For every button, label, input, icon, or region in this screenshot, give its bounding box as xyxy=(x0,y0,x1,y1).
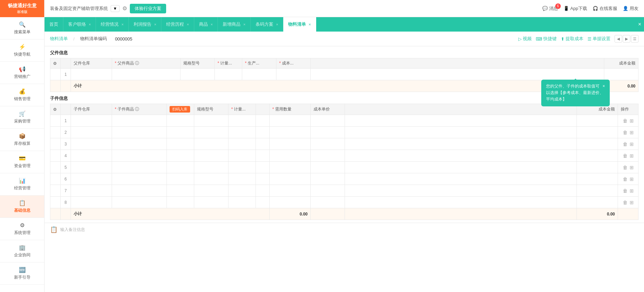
prev-btn[interactable]: ◀ xyxy=(615,35,622,43)
child-cell-warehouse-6[interactable] xyxy=(71,173,112,185)
delete-icon-3[interactable]: 🗑 xyxy=(623,141,628,147)
child-cell-product-4[interactable] xyxy=(112,150,167,162)
tab-new-product[interactable]: 新增商品 × xyxy=(218,17,250,32)
child-cell-product-7[interactable] xyxy=(112,185,167,197)
child-cell-spec-4[interactable] xyxy=(194,150,228,162)
child-cell-qty-6[interactable] xyxy=(270,173,311,185)
child-cell-unit-8[interactable] xyxy=(228,197,256,208)
child-cell-qty-7[interactable] xyxy=(270,185,311,197)
child-cell-spec-6[interactable] xyxy=(194,173,228,185)
child-cell-unitcost-2[interactable] xyxy=(311,127,345,138)
message-btn[interactable]: 💬 消息 6 xyxy=(542,5,558,12)
copy-icon-4[interactable]: ⊞ xyxy=(630,153,634,159)
child-cell-unitcost-8[interactable] xyxy=(311,197,345,208)
sidebar-item-guide[interactable]: 🆕 新手引导 xyxy=(0,262,44,285)
breadcrumb-bom[interactable]: 物料清单 xyxy=(50,36,68,42)
child-cell-product-6[interactable] xyxy=(112,173,167,185)
copy-icon-3[interactable]: ⊞ xyxy=(630,141,634,147)
delete-icon-2[interactable]: 🗑 xyxy=(623,130,628,135)
scan-btn[interactable]: 扫码入库 xyxy=(170,106,190,113)
experience-btn[interactable]: 体验行业方案 xyxy=(130,4,166,13)
child-cell-unitcost-1[interactable] xyxy=(311,115,345,127)
menu-btn[interactable]: ☰ xyxy=(631,35,639,43)
view-btn[interactable]: ▷ 视频 xyxy=(518,36,532,42)
child-cell-unit-6[interactable] xyxy=(228,173,256,185)
child-cell-qty-2[interactable] xyxy=(270,127,311,138)
sidebar-item-quicknav[interactable]: ⚡ 快捷导航 xyxy=(0,39,44,62)
delete-icon-6[interactable]: 🗑 xyxy=(623,176,628,182)
child-cell-warehouse-5[interactable] xyxy=(71,162,112,173)
delete-icon-4[interactable]: 🗑 xyxy=(623,153,628,159)
tab-operations[interactable]: 经营情况 × xyxy=(96,17,128,32)
parent-cell-produce-1[interactable] xyxy=(242,69,276,80)
sidebar-item-finance[interactable]: 💳 资金管理 xyxy=(0,151,44,173)
child-cell-unitcost-6[interactable] xyxy=(311,173,345,185)
child-cell-unit-1[interactable] xyxy=(228,115,256,127)
tab-profit[interactable]: 利润报告 × xyxy=(129,17,161,32)
child-cell-warehouse-4[interactable] xyxy=(71,150,112,162)
child-cell-unitcost-5[interactable] xyxy=(311,162,345,173)
tab-customer[interactable]: 客户联络 × xyxy=(63,17,96,32)
sidebar-item-search[interactable]: 🔍 搜索菜单 xyxy=(0,17,44,39)
child-cell-warehouse-3[interactable] xyxy=(71,138,112,150)
sidebar-item-system[interactable]: ⚙ 系统管理 xyxy=(0,218,44,240)
child-cell-unitcost-4[interactable] xyxy=(311,150,345,162)
child-cell-unit-4[interactable] xyxy=(228,150,256,162)
child-cell-spec-7[interactable] xyxy=(194,185,228,197)
delete-icon-7[interactable]: 🗑 xyxy=(623,188,628,194)
child-cell-qty-5[interactable] xyxy=(270,162,311,173)
tab-product[interactable]: 商品 × xyxy=(194,17,218,32)
tab-new-product-close[interactable]: × xyxy=(243,22,245,26)
copy-icon-1[interactable]: ⊞ xyxy=(630,118,634,124)
parent-cell-product-1[interactable] xyxy=(112,69,181,80)
sidebar-item-sales[interactable]: 💰 销售管理 xyxy=(0,84,44,106)
child-cell-warehouse-7[interactable] xyxy=(71,185,112,197)
parent-cell-cost-1[interactable] xyxy=(276,69,311,80)
single-setup-btn[interactable]: ☰ 单据设置 xyxy=(587,36,610,42)
child-cell-warehouse-8[interactable] xyxy=(71,197,112,208)
child-cell-spec-5[interactable] xyxy=(194,162,228,173)
child-cell-unit-3[interactable] xyxy=(228,138,256,150)
tab-customer-close[interactable]: × xyxy=(89,22,91,26)
child-cell-warehouse-1[interactable] xyxy=(71,115,112,127)
copy-icon-2[interactable]: ⊞ xyxy=(630,130,634,135)
child-cell-unit-2[interactable] xyxy=(228,127,256,138)
next-btn[interactable]: ▶ xyxy=(623,35,630,43)
user-btn[interactable]: 👤 用友 xyxy=(623,5,639,12)
child-cell-qty-1[interactable] xyxy=(270,115,311,127)
child-cell-spec-8[interactable] xyxy=(194,197,228,208)
child-cell-spec-3[interactable] xyxy=(194,138,228,150)
child-cell-qty-3[interactable] xyxy=(270,138,311,150)
tab-bom[interactable]: 物料清单 × xyxy=(283,17,316,32)
sidebar-item-inventory[interactable]: 📦 库存核算 xyxy=(0,129,44,151)
tab-bom-close[interactable]: × xyxy=(309,22,311,26)
child-cell-product-2[interactable] xyxy=(112,127,167,138)
sidebar-item-purchase[interactable]: 🛒 采购管理 xyxy=(0,106,44,129)
parent-cell-unit-1[interactable] xyxy=(215,69,242,80)
child-cell-spec-2[interactable] xyxy=(194,127,228,138)
sidebar-item-enterprise[interactable]: 🏢 企业协同 xyxy=(0,240,44,262)
parent-cell-warehouse-1[interactable] xyxy=(71,69,112,80)
header-settings-btn[interactable]: ⚙ xyxy=(122,5,127,12)
child-cell-product-5[interactable] xyxy=(112,162,167,173)
tab-operations-close[interactable]: × xyxy=(121,22,123,26)
child-cell-qty-4[interactable] xyxy=(270,150,311,162)
copy-icon-7[interactable]: ⊞ xyxy=(630,188,634,194)
online-service-btn[interactable]: 🎧 在线客服 xyxy=(593,5,617,12)
delete-icon-1[interactable]: 🗑 xyxy=(623,118,628,124)
copy-icon-5[interactable]: ⊞ xyxy=(630,165,634,170)
copy-icon-6[interactable]: ⊞ xyxy=(630,176,634,182)
child-cell-product-3[interactable] xyxy=(112,138,167,150)
child-cell-unit-5[interactable] xyxy=(228,162,256,173)
app-download-btn[interactable]: 📱 App下载 xyxy=(564,5,587,12)
delete-icon-5[interactable]: 🗑 xyxy=(623,165,628,170)
child-cell-spec-1[interactable] xyxy=(194,115,228,127)
tab-profit-close[interactable]: × xyxy=(154,22,156,26)
child-cell-product-1[interactable] xyxy=(112,115,167,127)
system-dropdown-btn[interactable]: ▼ xyxy=(111,5,120,12)
shortcut-btn[interactable]: ⌨ 快捷键 xyxy=(536,36,557,42)
extract-cost-btn[interactable]: ⬆ 提取成本 xyxy=(561,36,583,42)
sidebar-item-marketing[interactable]: 📢 营销推广 xyxy=(0,62,44,84)
note-label[interactable]: 输入备注信息 xyxy=(60,227,85,233)
tab-home[interactable]: 首页 xyxy=(45,17,63,32)
